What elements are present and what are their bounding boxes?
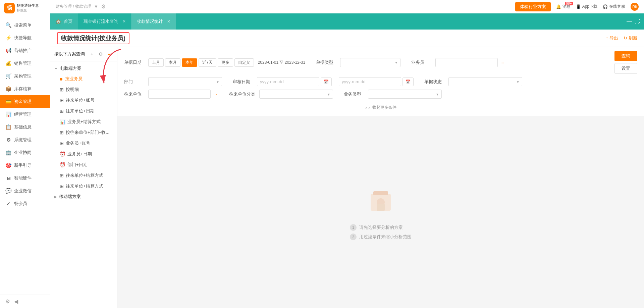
collapse-icon: ∧∧ [365,105,371,110]
sidebar-settings-btn[interactable]: ⚙ [5,298,10,305]
sidebar-footer: ⚙ ◀ [0,295,50,308]
filter-actions: 查询 设置 [614,51,637,74]
hardware-icon: 🖥 [5,175,11,181]
dept-select-wrap: ▼ [148,77,222,86]
salesperson-more-btn[interactable]: ··· [499,60,505,65]
refresh-icon: ↻ [624,36,627,41]
svg-rect-1 [373,191,388,195]
main-wrapper: 财务管理 / 收款管理 ▼ ⚙ 体验行业方案 🔔 消息 99+ 📱 App下载 … [50,0,644,308]
counterpart-type-select[interactable] [259,90,333,99]
tree-item-counterpart-settle2[interactable]: ⊞ 往来单位+结算方式 [50,181,117,192]
export-icon: ↑ [606,36,608,41]
empty-illustration [364,184,397,217]
tree-item-counterpart-date[interactable]: ⊞ 往来单位+日期 [50,106,117,116]
tree-item-salesperson-date[interactable]: ⏰ 业务员+日期 [50,149,117,159]
sidebar-item-wechat[interactable]: 💬 企业微信 [0,185,50,197]
add-scheme-btn[interactable]: + [88,50,96,58]
review-date-inputs: 📅 — 📅 [257,77,414,86]
counterpart-more-btn[interactable]: ··· [212,92,218,97]
salesperson-input[interactable] [435,58,498,67]
date-this-month[interactable]: 本月 [165,58,180,67]
grid-icon: ⊞ [60,87,64,92]
dept-select[interactable] [148,77,222,86]
tree-item-by-counterpart-dept[interactable]: ⊞ 按往来单位+部门+收... [50,127,117,138]
refresh-btn[interactable]: ↻ 刷新 [624,35,637,41]
sidebar-item-operations[interactable]: 📊 经营管理 [0,108,50,121]
query-btn[interactable]: 查询 [614,51,637,61]
doc-status-select[interactable] [448,77,522,86]
clock-icon: ⏰ [60,151,65,157]
panel-collapse-btn[interactable]: « [106,50,113,58]
sidebar-item-inventory[interactable]: 📦 库存核算 [0,83,50,95]
date-more[interactable]: 更多 [218,58,233,67]
date-this-year[interactable]: 本年 [182,58,197,67]
date-7days[interactable]: 近7天 [199,58,216,67]
gear-icon: ⚙ [5,137,11,143]
empty-steps: 1 请先选择要分析的方案 2 用过滤条件来缩小分析范围 [350,224,412,240]
export-btn[interactable]: ↑ 导出 [606,35,619,41]
scheme-settings-btn[interactable]: ⚙ [97,50,104,58]
sidebar-item-sales[interactable]: 💰 销售管理 [0,57,50,70]
counterpart-input[interactable] [148,90,211,99]
tab-bar: 🏠 首页 现金银行流水查询 ✕ 收款情况统计 ✕ — ⛶ [50,13,644,30]
tree-item-counterpart-settle1[interactable]: ⊞ 往来单位+结算方式 [50,170,117,181]
sidebar-item-enterprise[interactable]: 🏢 企业协同 [0,146,50,159]
left-panel-title: 按以下方案查询 [54,51,86,57]
top-bar-right: 体验行业方案 🔔 消息 99+ 📱 App下载 🎧 在线客服 Rit [515,2,639,11]
messages-btn[interactable]: 🔔 消息 99+ [556,4,571,9]
app-download-btn[interactable]: 📱 App下载 [576,4,597,9]
tab-minimize-btn[interactable]: — [627,18,632,24]
sidebar-item-vip[interactable]: ✓ 畅会员 [0,197,50,210]
tree-group-mobile-header[interactable]: ▶ 移动端方案 [50,192,117,202]
page-header: 收款情况统计(按业务员) ↑ 导出 ↻ 刷新 [50,30,644,47]
tree-group-desktop-header[interactable]: ▼ 电脑端方案 [50,63,117,73]
review-date-start[interactable] [257,77,319,86]
logo-name: 畅捷通好生意 [17,3,39,8]
tab-receivable[interactable]: 收款情况统计 ✕ [131,13,176,30]
filter-settings-btn[interactable]: 设置 [614,63,637,74]
trial-btn[interactable]: 体验行业方案 [515,2,551,11]
business-type-select[interactable] [368,90,442,99]
tree-item-salesperson-account[interactable]: ⊞ 业务员+账号 [50,138,117,149]
review-date-start-cal-btn[interactable]: 📅 [321,78,332,86]
sidebar-item-marketing[interactable]: 📢 营销推广 [0,44,50,57]
review-date-end-cal-btn[interactable]: 📅 [402,78,414,86]
sidebar-item-basic-info[interactable]: 📋 基础信息 [0,121,50,134]
settings-btn[interactable]: ⚙ [101,3,106,10]
tab-home[interactable]: 🏠 首页 [50,13,78,30]
sidebar-item-purchase[interactable]: 🛒 采购管理 [0,70,50,83]
online-service-btn[interactable]: 🎧 在线客服 [603,4,625,9]
date-quick-buttons: 上月 本月 本年 近7天 更多 自定义 [148,58,254,67]
sidebar-item-system[interactable]: ⚙ 系统管理 [0,134,50,146]
left-panel-actions: + ⚙ « [88,50,113,58]
tree-item-counterpart-account[interactable]: ⊞ 往来单位+账号 [50,95,117,106]
tab-bank-close[interactable]: ✕ [122,19,126,24]
sidebar-item-hardware[interactable]: 🖥 智能硬件 [0,172,50,185]
sidebar-item-finance[interactable]: 💳 资金管理 [0,95,50,108]
sidebar-item-search[interactable]: 🔍 搜索菜单 [0,19,50,32]
tab-maximize-btn[interactable]: ⛶ [635,18,640,24]
sidebar-collapse-btn[interactable]: ◀ [14,298,18,305]
tab-receivable-close[interactable]: ✕ [167,19,170,24]
collapse-filter-btn[interactable]: ∧∧ 收起更多条件 [124,102,637,112]
tree-item-salesperson-settle[interactable]: 📊 业务员+结算方式 [50,116,117,127]
tree-item-by-salesperson[interactable]: 按业务员 [50,73,117,84]
sidebar-item-quick-nav[interactable]: ⚡ 快捷导航 [0,32,50,44]
review-date-end[interactable] [339,77,401,86]
tree-item-dept-date[interactable]: ⏰ 部门+日期 [50,159,117,170]
left-panel-tree: ▼ 电脑端方案 按业务员 ⊞ 按明细 ⊞ 往来单位+账号 [50,61,117,308]
user-avatar[interactable]: Rit [631,3,639,11]
breadcrumb: 财务管理 / 收款管理 [56,4,91,9]
tab-bank[interactable]: 现金银行流水查询 ✕ [78,13,131,30]
tree-item-by-detail[interactable]: ⊞ 按明细 [50,84,117,95]
date-prev-month[interactable]: 上月 [148,58,164,67]
breadcrumb-dropdown-icon[interactable]: ▼ [94,4,98,9]
sidebar-item-guide[interactable]: 🎯 新手引导 [0,159,50,172]
tree-expand-icon: ▼ [54,67,58,70]
sidebar: 畅 畅捷通好生意 标准版 🔍 搜索菜单 ⚡ 快捷导航 📢 营销推广 💰 销售管理… [0,0,50,308]
tree-collapse-icon: ▶ [54,195,57,199]
doc-type-select[interactable] [340,58,400,67]
date-custom[interactable]: 自定义 [234,58,254,67]
bar-chart-icon: 📊 [60,119,65,124]
doc-status-label: 单据状态 [424,79,444,85]
